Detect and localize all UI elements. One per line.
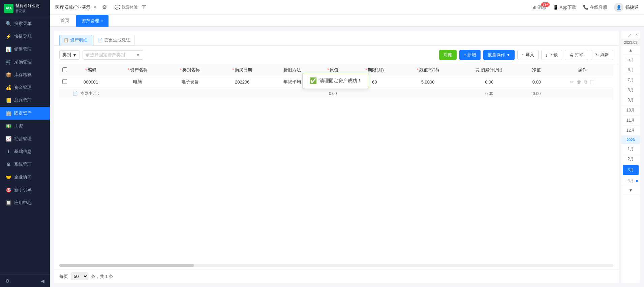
- sidebar-item-system[interactable]: ⚙ 系统管理: [0, 158, 50, 171]
- cell-residual-rate: 5.0000: [399, 76, 457, 88]
- online-service-button[interactable]: 📞 在线客服: [583, 4, 607, 10]
- timeline-month-10[interactable]: 10月: [621, 105, 640, 116]
- sales-icon: 📊: [5, 46, 11, 52]
- table-scrollbar-thumb: [59, 264, 194, 267]
- experience-button[interactable]: 💬 我要体验一下: [115, 4, 146, 10]
- sidebar-item-ledger[interactable]: 📒 总账管理: [0, 94, 50, 107]
- avatar: 👤: [614, 3, 623, 12]
- import-icon: ↑: [522, 53, 524, 58]
- user-profile[interactable]: 👤 畅捷通: [614, 3, 639, 12]
- batch-button[interactable]: 批量操作 ▼: [483, 50, 515, 60]
- refresh-icon: ↻: [595, 53, 599, 58]
- cell-original-value: ✅ 清理固定资产成功！: [316, 76, 350, 88]
- refresh-button[interactable]: ↻ 刷新: [591, 50, 613, 60]
- success-toast: ✅ 清理固定资产成功！: [302, 73, 369, 89]
- sidebar-item-inventory[interactable]: 📦 库存核算: [0, 68, 50, 81]
- system-icon: ⚙: [5, 161, 11, 167]
- category-select[interactable]: 类别 ▼: [59, 50, 80, 60]
- timeline-scroll[interactable]: ▲ 5月 6月 7月 8月 9月 10月 11月 12月 2023 1月 2月 …: [621, 46, 640, 283]
- header-initial-accumulated: 期初累计折旧: [457, 64, 522, 76]
- timeline-close-icon[interactable]: ×: [635, 32, 638, 37]
- download-button[interactable]: ↓ 下载: [541, 50, 562, 60]
- messages-badge: 99+: [541, 2, 550, 7]
- table-scrollbar[interactable]: [59, 264, 613, 267]
- timeline-month-6[interactable]: 6月: [621, 65, 640, 75]
- header-category: *类别名称: [164, 64, 216, 76]
- sidebar-item-finance[interactable]: 💰 资金管理: [0, 81, 50, 94]
- ledger-button[interactable]: 对账: [439, 50, 457, 60]
- select-all-checkbox[interactable]: [62, 67, 67, 72]
- logo-text: 畅捷通好业财 普及版: [16, 3, 40, 13]
- import-button[interactable]: ↑ 导入: [517, 50, 539, 60]
- sidebar-item-sales[interactable]: 📊 销售管理: [0, 43, 50, 56]
- toolbar: 类别 ▼ 请选择固定资产类别 ▼ 对账 + 新增 批量操作 ▼: [54, 46, 619, 64]
- sidebar-item-app-center[interactable]: 🔲 应用中心: [0, 196, 50, 209]
- finance-icon: 💰: [5, 85, 11, 91]
- timeline-month-12[interactable]: 12月: [621, 126, 640, 136]
- timeline-down-arrow[interactable]: ▼: [621, 186, 640, 195]
- timeline-dot: [636, 180, 638, 182]
- more-icon[interactable]: ⬚: [590, 79, 594, 85]
- subtotal-original-value: 0.00: [316, 88, 350, 99]
- sidebar-item-payroll[interactable]: 💵 工资: [0, 120, 50, 132]
- app-center-icon: 🔲: [5, 200, 11, 206]
- timeline-month-9[interactable]: 9月: [621, 95, 640, 105]
- sidebar-item-fixed-assets[interactable]: 🏢 固定资产: [0, 107, 50, 120]
- tab-close-icon[interactable]: ×: [101, 19, 103, 23]
- sidebar-item-enterprise[interactable]: 🤝 企业协同: [0, 171, 50, 184]
- add-button[interactable]: + 新增: [459, 50, 481, 60]
- sidebar-logo: AtA 畅捷通好业财 普及版: [0, 0, 50, 17]
- topbar-settings-icon[interactable]: ⚙: [100, 3, 109, 12]
- per-page-select[interactable]: 50 100: [71, 273, 88, 280]
- row-checkbox[interactable]: [62, 79, 67, 84]
- sidebar-bottom: ⚙ ◀: [0, 275, 50, 287]
- timeline-up-arrow[interactable]: ▲: [621, 46, 640, 55]
- row-actions: ✏ 🗑 ⧉ ⬚: [554, 79, 611, 85]
- timeline-month-11[interactable]: 11月: [621, 116, 640, 126]
- sidebar-item-basic-info[interactable]: ℹ 基础信息: [0, 145, 50, 158]
- timeline-month-4[interactable]: 4月: [621, 176, 640, 186]
- settings-bottom-icon[interactable]: ⚙: [5, 278, 10, 284]
- messages-button[interactable]: 🖥 消息 99+: [532, 4, 546, 10]
- search-icon: 🔍: [5, 21, 11, 27]
- timeline-month-8[interactable]: 8月: [621, 85, 640, 95]
- header-code: *编码: [70, 64, 112, 76]
- cell-purchase-date: 202206: [216, 76, 268, 88]
- main-area: 医疗器械行业演示 ▼ ⚙ 💬 我要体验一下 🖥 消息 99+ 📱 App下载 📞…: [50, 0, 644, 287]
- sidebar-item-quick-nav[interactable]: ⚡ 快捷导航: [0, 30, 50, 43]
- quick-nav-icon: ⚡: [5, 33, 11, 39]
- timeline-month-7[interactable]: 7月: [621, 75, 640, 85]
- timeline-month-1[interactable]: 1月: [621, 144, 640, 154]
- panel-tab-asset-detail[interactable]: 📋 资产明细: [59, 35, 92, 45]
- row-checkbox-cell: [59, 76, 70, 88]
- timeline-expand-icon[interactable]: ⤢: [628, 33, 632, 38]
- print-button[interactable]: 🖨 打印: [565, 50, 588, 60]
- toast-message: 清理固定资产成功！: [319, 78, 362, 84]
- panel-tab-change-voucher[interactable]: 📄 变更生成凭证: [93, 35, 135, 45]
- category-input[interactable]: 请选择固定资产类别 ▼: [83, 50, 143, 60]
- subtotal-label: 本页小计：: [80, 91, 100, 96]
- tab-home[interactable]: 首页: [55, 15, 75, 26]
- payroll-icon: 💵: [5, 123, 11, 129]
- delete-icon[interactable]: 🗑: [577, 79, 581, 85]
- username-label: 畅捷通: [625, 4, 639, 10]
- tab-asset-management[interactable]: 资产管理 ×: [76, 15, 109, 27]
- sidebar-item-search[interactable]: 🔍 搜索菜单: [0, 17, 50, 30]
- main-panel: 📋 资产明细 📄 变更生成凭证 类别 ▼ 请选择固定资产类别 ▼: [54, 31, 619, 283]
- sidebar-item-guide[interactable]: 🎯 新手引导: [0, 184, 50, 196]
- collapse-icon[interactable]: ◀: [41, 278, 44, 284]
- cell-code: 000001: [70, 76, 112, 88]
- timeline-month-2[interactable]: 2月: [621, 154, 640, 164]
- timeline-month-5[interactable]: 5月: [621, 55, 640, 65]
- sidebar-item-operations[interactable]: 📈 经营管理: [0, 132, 50, 145]
- timeline-current-month[interactable]: 3月: [623, 165, 639, 175]
- company-dropdown-arrow[interactable]: ▼: [93, 5, 97, 10]
- inventory-icon: 📦: [5, 72, 11, 78]
- per-page-label: 每页: [59, 274, 68, 280]
- cell-initial-accumulated: 0.00: [457, 76, 522, 88]
- edit-icon[interactable]: ✏: [570, 79, 574, 85]
- sidebar-item-purchase[interactable]: 🛒 采购管理: [0, 56, 50, 68]
- app-download-button[interactable]: 📱 App下载: [553, 4, 576, 10]
- copy-icon[interactable]: ⧉: [584, 79, 587, 85]
- table-wrapper: *编码 *资产名称 *类别名称 *购买日期 折旧方法 *原值 *期限(月) *残…: [54, 64, 619, 264]
